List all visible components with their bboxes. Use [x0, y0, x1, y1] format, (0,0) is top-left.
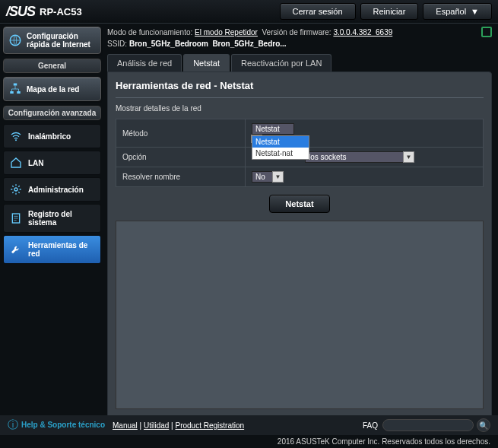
gear-icon [10, 183, 22, 195]
help-icon: ⓘ [8, 418, 18, 432]
advanced-header: Configuración avanzada [3, 106, 101, 120]
method-select[interactable]: Netstat▼ Netstat Netstat-nat [252, 123, 294, 143]
search-input[interactable] [382, 419, 474, 431]
wrench-icon [10, 243, 22, 256]
svg-rect-2 [10, 91, 14, 94]
mode-info: Modo de funcionamiento: El modo Repetido… [107, 27, 392, 38]
method-option-netstat-nat[interactable]: Netstat-nat [252, 148, 309, 159]
aimesh-icon[interactable] [481, 27, 492, 37]
quick-setup-label: Configuración rápida de Internet [27, 32, 96, 49]
manual-link[interactable]: Manual [113, 421, 138, 430]
sidebar-item-admin[interactable]: Administración [3, 177, 101, 202]
firmware-link[interactable]: 3.0.0.4.382_6639 [333, 28, 392, 37]
footer-links: Manual | Utilidad | Product Registration [113, 421, 244, 430]
chevron-down-icon: ▼ [272, 171, 284, 183]
option-value: los sockets [305, 151, 404, 163]
resolve-select[interactable]: No▼ [252, 171, 284, 183]
document-icon [10, 212, 22, 224]
tools-label: Herramientas de red [28, 241, 94, 258]
model-name: RP-AC53 [40, 6, 82, 17]
page-title: Herramientas de red - Netstat [116, 80, 484, 98]
network-map-label: Mapa de la red [27, 85, 79, 94]
general-header: General [3, 59, 101, 73]
language-label: Español [436, 7, 466, 16]
faq-link[interactable]: FAQ [363, 421, 378, 430]
sidebar-item-wireless[interactable]: Inalámbrico [3, 124, 101, 148]
ssid-info: SSID: Bron_5GHz_Bedroom Bron_5GHz_Bedro.… [107, 38, 392, 49]
syslog-label: Registro del sistema [28, 210, 94, 227]
language-button[interactable]: Español ▼ [423, 3, 492, 20]
chevron-down-icon: ▼ [471, 7, 479, 16]
brand-logo: /SUS [6, 4, 35, 20]
method-option-netstat[interactable]: Netstat [252, 136, 309, 148]
tab-analysis[interactable]: Análisis de red [107, 54, 182, 71]
mode-link[interactable]: El modo Repetidor [195, 28, 258, 37]
tab-netstat[interactable]: Netstat [183, 54, 230, 71]
output-textarea[interactable] [116, 221, 484, 409]
lan-label: LAN [28, 159, 44, 167]
sidebar-item-syslog[interactable]: Registro del sistema [3, 204, 101, 233]
network-map-button[interactable]: Mapa de la red [3, 77, 101, 101]
logout-button[interactable]: Cerrar sesión [280, 3, 356, 20]
method-value: Netstat [252, 123, 294, 135]
help-link[interactable]: Help & Soporte técnico [21, 421, 105, 429]
admin-label: Administración [28, 186, 84, 194]
search-button[interactable]: 🔍 [477, 418, 490, 432]
reboot-button[interactable]: Reiniciar [360, 3, 419, 20]
globe-wrench-icon [8, 33, 22, 47]
registration-link[interactable]: Product Registration [176, 421, 245, 430]
netstat-button[interactable]: Netstat [269, 195, 329, 213]
method-label: Método [116, 119, 246, 148]
chevron-down-icon: ▼ [403, 151, 414, 163]
resolve-value: No [252, 171, 273, 183]
copyright-text: 2016 ASUSTeK Computer Inc. Reservados to… [0, 435, 498, 448]
svg-rect-1 [14, 84, 17, 86]
svg-rect-3 [17, 91, 21, 94]
utility-link[interactable]: Utilidad [144, 421, 169, 430]
svg-point-5 [14, 188, 17, 191]
method-dropdown-list: Netstat Netstat-nat [252, 135, 309, 160]
wifi-icon [10, 130, 22, 142]
wireless-label: Inalámbrico [28, 132, 71, 141]
page-subtitle: Mostrar detalles de la red [116, 104, 484, 113]
tab-wol[interactable]: Reactivación por LAN [231, 54, 331, 71]
option-label: Opción [116, 148, 246, 167]
house-icon [10, 157, 22, 169]
sidebar-item-lan[interactable]: LAN [3, 151, 101, 175]
resolve-label: Resolver nombre [116, 167, 246, 187]
quick-setup-button[interactable]: Configuración rápida de Internet [3, 27, 101, 54]
sidebar-item-tools[interactable]: Herramientas de red [3, 235, 101, 264]
svg-point-4 [15, 139, 17, 141]
network-map-icon [8, 82, 22, 96]
